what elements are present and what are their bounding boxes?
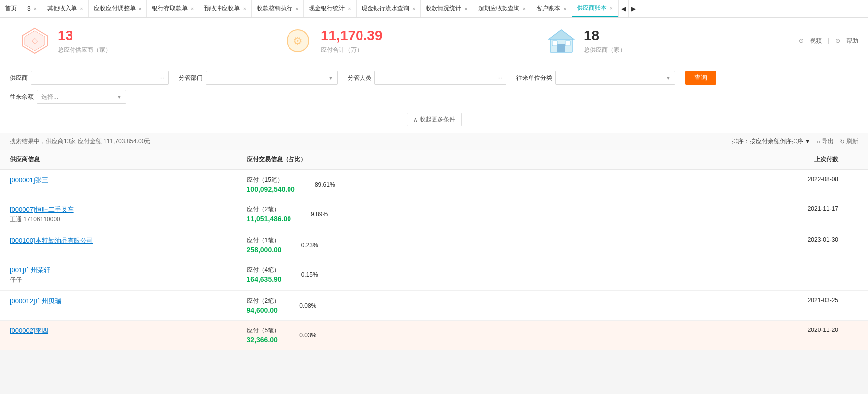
close-icon[interactable]: × (523, 6, 526, 12)
card-payable-suppliers-info: 13 总应付供应商（家） (58, 28, 111, 54)
balance-select[interactable]: 选择... ▼ (37, 90, 126, 104)
nav-tab-customer-ledger[interactable]: 客户账本 × (531, 0, 572, 17)
chevron-up-icon: ∧ (413, 116, 418, 123)
payable-suppliers-value: 13 (58, 28, 111, 44)
close-icon[interactable]: × (610, 5, 613, 11)
close-icon[interactable]: × (139, 6, 142, 12)
summary-card-payable-suppliers: ◇ 13 总应付供应商（家） (10, 26, 273, 56)
table-row[interactable]: [000002]李四 应付（5笔） 32,366.00 0.03% 2020-1… (0, 321, 868, 350)
tx-amount: 100,092,540.00 (247, 185, 295, 193)
nav-tab-cash-bank-stats[interactable]: 现金银行统计 × (304, 0, 356, 17)
svg-rect-7 (557, 44, 565, 52)
person-dots-icon: ··· (497, 74, 502, 81)
help-icon: ⊙ (835, 37, 840, 44)
svg-text:⚙: ⚙ (293, 35, 303, 47)
tx-percent: 0.15% (301, 271, 318, 278)
nav-tab-prepay[interactable]: 预收冲应收单 × (199, 0, 251, 17)
sort-select[interactable]: 排序：按应付余额倒序排序 ▼ (732, 137, 811, 146)
export-icon: ○ (817, 138, 820, 145)
nav-tab-home[interactable]: 首页 (0, 0, 22, 17)
category-label: 往来单位分类 (516, 74, 552, 82)
filter-person: 分管人员 ··· (348, 71, 506, 85)
supplier-name-link[interactable]: [000002]李四 (10, 327, 247, 335)
table-row[interactable]: [000001]张三 应付（15笔） 100,092,540.00 89.61%… (0, 170, 868, 199)
tx-percent: 89.61% (315, 181, 335, 188)
close-icon[interactable]: × (348, 6, 351, 12)
close-icon[interactable]: × (295, 6, 298, 12)
tx-label: 应付（1笔） (247, 236, 282, 245)
transaction-cell: 应付（4笔） 164,635.90 0.15% (247, 266, 602, 283)
video-link[interactable]: 视频 (810, 37, 822, 45)
dept-select[interactable]: ▼ (206, 71, 338, 85)
supplier-input[interactable] (35, 74, 159, 81)
transaction-cell: 应付（5笔） 32,366.00 0.03% (247, 327, 602, 344)
supplier-dots-icon: ··· (159, 74, 164, 81)
nav-prev-arrow[interactable]: ◀ (618, 0, 628, 18)
tx-amount: 32,366.00 (247, 336, 280, 344)
person-input[interactable] (379, 74, 497, 81)
last-payment-cell: 2021-11-17 (601, 205, 858, 212)
filter-row-1: 供应商 ··· 分管部门 ▼ 分管人员 ··· (10, 71, 858, 85)
table-row[interactable]: [000100]本特勤油品有限公司 应付（1笔） 258,000.00 0.23… (0, 230, 868, 260)
result-bar: 搜索结果中，供应商13家 应付金额 111,703,854.00元 排序：按应付… (0, 133, 868, 150)
filter-supplier: 供应商 ··· (10, 71, 169, 85)
total-suppliers-label: 总供应商（家） (584, 46, 626, 54)
tx-label: 应付（5笔） (247, 327, 280, 335)
supplier-name-link[interactable]: [000001]张三 (10, 176, 247, 185)
result-actions: 排序：按应付余额倒序排序 ▼ ○ 导出 ↻ 刷新 (732, 137, 858, 146)
nav-tab-cash-flow[interactable]: 现金银行流水查询 × (357, 0, 421, 17)
collapse-button[interactable]: ∧ 收起更多条件 (407, 113, 462, 126)
transaction-cell: 应付（2笔） 11,051,486.00 9.89% (247, 205, 602, 223)
close-icon[interactable]: × (563, 6, 566, 12)
tx-percent: 0.23% (301, 242, 318, 249)
tx-label: 应付（4笔） (247, 266, 282, 274)
close-icon[interactable]: × (191, 6, 194, 12)
supplier-name-link[interactable]: [000012]广州贝瑞 (10, 297, 247, 306)
close-icon[interactable]: × (412, 6, 415, 12)
table-row[interactable]: [000012]广州贝瑞 应付（2笔） 94,600.00 0.08% 2021… (0, 291, 868, 321)
table-body: [000001]张三 应付（15笔） 100,092,540.00 89.61%… (0, 170, 868, 350)
nav-tab-3[interactable]: 3 × (22, 0, 42, 17)
help-link[interactable]: 帮助 (846, 37, 858, 45)
supplier-contact: 王通 17106110000 (10, 215, 247, 224)
category-select[interactable]: ▼ (555, 71, 675, 85)
supplier-name-link[interactable]: [000007]恒旺二手叉车 (10, 205, 247, 214)
col-header-last-payment: 上次付数 (601, 155, 858, 164)
close-icon[interactable]: × (80, 6, 83, 12)
supplier-name-link[interactable]: [000100]本特勤油品有限公司 (10, 236, 247, 245)
close-icon[interactable]: × (243, 6, 246, 12)
table-row[interactable]: [000007]恒旺二手叉车 王通 17106110000 应付（2笔） 11,… (0, 199, 868, 230)
col-header-supplier: 供应商信息 (10, 155, 247, 164)
payable-amount-value: 11,170.39 (321, 28, 383, 44)
nav-tab-adjustment[interactable]: 应收应付调整单 × (89, 0, 147, 17)
summary-card-payable-amount: ⚙ 11,170.39 应付合计（万） (273, 26, 536, 56)
video-icon: ⊙ (799, 37, 804, 44)
nav-tab-other-income[interactable]: 其他收入单 × (42, 0, 88, 17)
nav-tab-collection-stats[interactable]: 收款情况统计 × (421, 0, 473, 17)
nav-tab-supplier-ledger[interactable]: 供应商账本 × (572, 0, 618, 17)
supplier-cell: [000001]张三 (10, 176, 247, 185)
supplier-name-link[interactable]: [001]广州荣轩 (10, 266, 247, 275)
close-icon[interactable]: × (464, 6, 467, 12)
summary-bar: ◇ 13 总应付供应商（家） ⚙ 11,170.39 应付合计（万） (0, 18, 868, 64)
export-button[interactable]: ○ 导出 (817, 137, 834, 146)
nav-tab-bank[interactable]: 银行存取款单 × (147, 0, 199, 17)
supplier-cell: [000007]恒旺二手叉车 王通 17106110000 (10, 205, 247, 224)
nav-tab-collection[interactable]: 收款核销执行 × (252, 0, 304, 17)
transaction-cell: 应付（1笔） 258,000.00 0.23% (247, 236, 602, 254)
sort-chevron-icon: ▼ (805, 138, 811, 145)
chevron-down-icon: ▼ (328, 75, 333, 81)
chevron-down-icon: ▼ (117, 94, 122, 100)
close-icon[interactable]: × (34, 6, 37, 12)
last-payment-cell: 2022-08-08 (601, 176, 858, 183)
supplier-cell: [000002]李四 (10, 327, 247, 335)
refresh-button[interactable]: ↻ 刷新 (840, 137, 858, 146)
table-row[interactable]: [001]广州荣轩 仔仔 应付（4笔） 164,635.90 0.15% (0, 260, 868, 291)
transaction-cell: 应付（2笔） 94,600.00 0.08% (247, 297, 602, 314)
supplier-cell: [000100]本特勤油品有限公司 (10, 236, 247, 245)
tx-percent: 0.08% (299, 302, 316, 309)
nav-next-arrow[interactable]: ▶ (628, 0, 638, 18)
query-button[interactable]: 查询 (685, 71, 716, 85)
svg-rect-9 (565, 41, 570, 46)
nav-tab-overdue[interactable]: 超期应收款查询 × (473, 0, 531, 17)
